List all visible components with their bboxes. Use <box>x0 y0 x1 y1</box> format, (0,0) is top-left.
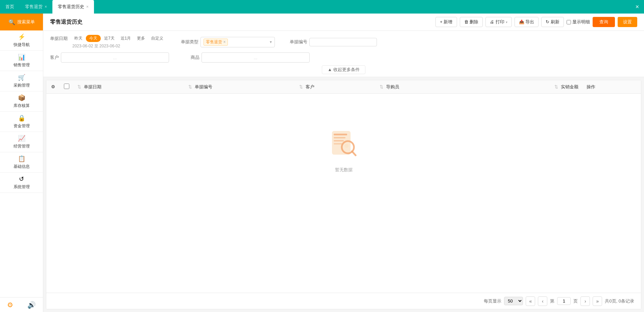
checkbox-col-header[interactable] <box>60 80 73 94</box>
refresh-button[interactable]: ↻ 刷新 <box>541 17 564 27</box>
show-detail-input[interactable] <box>567 20 571 24</box>
collapse-button[interactable]: ▲ 收起更多条件 <box>322 65 365 74</box>
guide-col-header[interactable]: ⇅ 导购员 <box>376 80 471 94</box>
filter-customer: 客户 ... <box>50 52 169 63</box>
svg-rect-4 <box>334 143 342 144</box>
print-arrow: ▾ <box>506 20 507 24</box>
inventory-calc-label: 库存核算 <box>14 103 30 109</box>
svg-rect-1 <box>334 134 347 135</box>
empty-state-row: 暂无数据 <box>46 94 641 194</box>
sidebar-item-purchase-mgmt[interactable]: 🛒 采购管理 <box>0 71 43 91</box>
collapse-row: ▲ 收起更多条件 <box>50 65 637 74</box>
page-next-button[interactable]: › <box>580 296 590 306</box>
filter-row-1: 单据日期 昨天 今天 近7天 近1月 更多 自定义 2023-06-02 至 2… <box>50 35 637 49</box>
voucher-no-input[interactable] <box>309 38 377 46</box>
show-detail-label: 显示明细 <box>572 19 590 25</box>
empty-state: 暂无数据 <box>46 94 641 193</box>
no-col-header[interactable]: ⇅ 单据编号 <box>184 80 295 94</box>
filter-area: 单据日期 昨天 今天 近7天 近1月 更多 自定义 2023-06-02 至 2… <box>43 31 644 77</box>
table-header-row: ⚙ ⇅ 单据日期 ⇅ 单据编号 <box>46 80 641 94</box>
tab-retail-return-history-close[interactable]: × <box>86 4 89 9</box>
date-col-label: 单据日期 <box>84 84 101 89</box>
goods-input-area[interactable]: ... <box>201 52 310 63</box>
guide-col-sort-icon: ⇅ <box>380 84 383 89</box>
sidebar-item-operation-mgmt[interactable]: 📈 经营管理 <box>0 132 43 152</box>
print-button[interactable]: 🖨 打印 ▾ <box>485 17 512 27</box>
tab-retail-return[interactable]: 零售退货 × <box>20 0 52 14</box>
page-first-button[interactable]: « <box>526 296 535 306</box>
col-settings-icon[interactable]: ⚙ <box>51 84 55 89</box>
show-detail-checkbox[interactable]: 显示明细 <box>567 19 590 25</box>
page-input[interactable] <box>557 297 571 305</box>
tab-home[interactable]: 首页 <box>0 0 20 14</box>
table-header: ⚙ ⇅ 单据日期 ⇅ 单据编号 <box>46 80 641 94</box>
customer-col-label: 客户 <box>306 84 314 89</box>
filter-goods: 商品 ... <box>191 52 310 63</box>
voucher-type-label: 单据类型 <box>181 39 198 45</box>
page-prev-button[interactable]: ‹ <box>538 296 547 306</box>
date-custom[interactable]: 自定义 <box>148 35 166 42</box>
per-page-select[interactable]: 10 20 50 100 <box>504 297 523 305</box>
sidebar-item-sales-mgmt[interactable]: 📊 销售管理 <box>0 51 43 71</box>
select-all-checkbox[interactable] <box>64 84 69 89</box>
amount-col-header[interactable]: ⇅ 实销金额 <box>471 80 582 94</box>
sidebar-search-label: 搜索菜单 <box>17 19 35 25</box>
voucher-type-select[interactable]: 零售退货 × ▾ <box>200 37 275 47</box>
export-button[interactable]: 📤 导出 <box>515 17 539 27</box>
amount-col-sort-icon: ⇅ <box>554 84 558 89</box>
customer-col-header[interactable]: ⇅ 客户 <box>295 80 376 94</box>
basic-info-label: 基础信息 <box>14 164 30 170</box>
customer-col-sort-icon: ⇅ <box>299 84 303 89</box>
table-container: ⚙ ⇅ 单据日期 ⇅ 单据编号 <box>46 80 641 309</box>
search-icon: 🔍 <box>8 19 15 25</box>
tab-retail-return-history[interactable]: 零售退货历史 × <box>52 0 94 14</box>
customer-input-area[interactable]: ... <box>61 52 169 63</box>
page-summary: 共0页, 0条记录 <box>605 298 634 304</box>
date-7days[interactable]: 近7天 <box>101 35 117 42</box>
svg-point-7 <box>344 144 349 148</box>
tab-retail-return-label: 零售退货 <box>25 4 43 10</box>
empty-state-cell: 暂无数据 <box>46 94 641 194</box>
empty-state-icon <box>327 128 361 161</box>
no-col-sort-icon: ⇅ <box>188 84 192 89</box>
page-last-button[interactable]: » <box>593 296 602 306</box>
voucher-type-tag-text: 零售退货 <box>206 39 222 45</box>
date-1month[interactable]: 近1月 <box>118 35 134 42</box>
add-button[interactable]: + 新增 <box>435 17 457 27</box>
data-table: ⚙ ⇅ 单据日期 ⇅ 单据编号 <box>46 80 641 193</box>
tab-retail-return-close[interactable]: × <box>45 4 47 9</box>
date-col-header[interactable]: ⇅ 单据日期 <box>73 80 184 94</box>
date-yesterday[interactable]: 昨天 <box>72 35 85 42</box>
voucher-type-tag-remove[interactable]: × <box>223 40 225 44</box>
quick-nav-icon: ⚡ <box>18 33 25 41</box>
voucher-no-label: 单据编号 <box>290 39 307 45</box>
guide-col-label: 导购员 <box>386 84 399 89</box>
purchase-mgmt-label: 采购管理 <box>14 83 30 88</box>
system-mgmt-icon: ↺ <box>19 175 24 183</box>
goods-placeholder: ... <box>254 55 258 60</box>
action-col-label: 操作 <box>587 84 595 89</box>
settings-icon[interactable]: ⚙ <box>7 301 13 309</box>
date-today[interactable]: 今天 <box>86 35 101 42</box>
setting-button[interactable]: 设置 <box>618 17 637 27</box>
customer-label: 客户 <box>50 54 59 61</box>
finance-mgmt-icon: 🔒 <box>18 114 25 122</box>
sidebar-item-system-mgmt[interactable]: ↺ 系统管理 <box>0 173 43 193</box>
sidebar-search[interactable]: 🔍 搜索菜单 <box>0 14 43 30</box>
header-actions: + 新增 🗑 删除 🖨 打印 ▾ 📤 导出 ↻ 刷新 显示明细 查询 设置 <box>435 17 637 27</box>
date-more[interactable]: 更多 <box>134 35 148 42</box>
settings-col-header[interactable]: ⚙ <box>46 80 60 94</box>
top-navigation-bar: 首页 零售退货 × 零售退货历史 × × <box>0 0 644 14</box>
delete-button[interactable]: 🗑 删除 <box>460 17 483 27</box>
sidebar-item-basic-info[interactable]: 📋 基础信息 <box>0 152 43 173</box>
sidebar-item-quick-nav[interactable]: ⚡ 快捷导航 <box>0 30 43 51</box>
audio-icon[interactable]: 🔊 <box>27 301 36 309</box>
basic-info-icon: 📋 <box>18 155 25 162</box>
sidebar-item-finance-mgmt[interactable]: 🔒 资金管理 <box>0 112 43 132</box>
tab-retail-return-history-label: 零售退货历史 <box>58 4 84 10</box>
operation-mgmt-icon: 📈 <box>18 135 25 142</box>
date-col-sort-icon: ⇅ <box>77 84 81 89</box>
query-button[interactable]: 查询 <box>593 17 615 27</box>
sidebar-item-inventory-calc[interactable]: 📦 库存核算 <box>0 91 43 112</box>
window-close-button[interactable]: × <box>630 0 644 14</box>
